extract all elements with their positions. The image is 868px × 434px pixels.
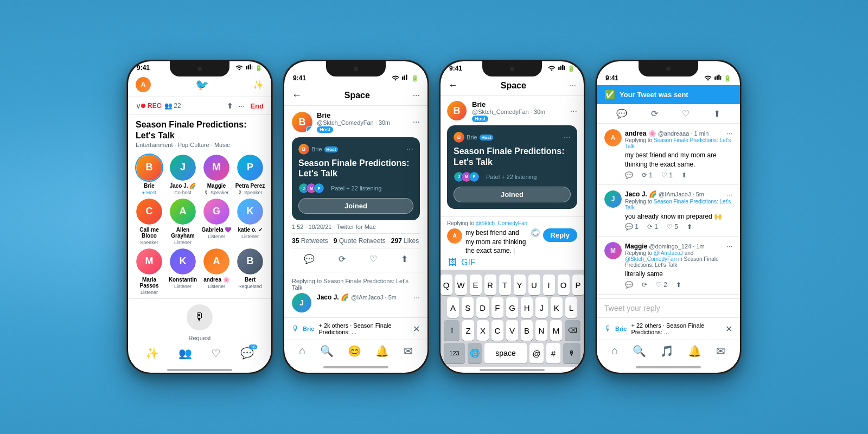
more-3[interactable]: ··· (570, 106, 577, 116)
home-nav-2[interactable]: ⌂ (299, 344, 305, 358)
key-v[interactable]: V (506, 320, 518, 341)
jaco-rt-4[interactable]: ⟳ 1 (647, 223, 658, 231)
retweet-action-4[interactable]: ⟳ (651, 108, 658, 119)
brie-avatar-3[interactable]: B (447, 101, 468, 122)
maggie-share-4[interactable]: ⬆ (676, 281, 681, 289)
space-banner-4[interactable]: 🎙 Brie + 22 others · Season Finale Predi… (597, 317, 740, 340)
speaker-petra[interactable]: P Petra Perez 🎙 Speaker (234, 154, 266, 195)
joined-button-3[interactable]: Joined (454, 187, 571, 202)
key-y[interactable]: Y (514, 275, 526, 295)
speaker-gabriela[interactable]: G Gabriela 💜 Listener (201, 197, 232, 245)
speaker-jaco[interactable]: J Jaco J. 🌈 Co-host (167, 154, 199, 195)
key-f[interactable]: F (492, 297, 503, 318)
tweet-reply-input-4[interactable]: Tweet your reply (597, 298, 740, 317)
back-button-3[interactable]: ← (448, 80, 458, 91)
key-n[interactable]: N (535, 320, 547, 341)
home-nav-4[interactable]: ⌂ (611, 344, 618, 358)
image-icon-3[interactable]: 🖼 (448, 258, 457, 267)
compose-text-3[interactable]: my best friend and my mom are thinking t… (465, 228, 528, 256)
jaco-avatar-2[interactable]: J (292, 293, 312, 314)
maggie-avatar-4[interactable]: M (604, 242, 622, 259)
bell-nav-4[interactable]: 🔔 (688, 344, 701, 358)
key-b[interactable]: B (521, 320, 533, 341)
jaco-share-4[interactable]: ⬆ (687, 223, 692, 231)
speaker-allen[interactable]: A Allen Grayham Listener (167, 197, 199, 245)
key-t[interactable]: T (499, 275, 511, 295)
key-shift[interactable]: ⇧ (444, 320, 459, 341)
key-delete[interactable]: ⌫ (565, 320, 580, 341)
retweets-count-2[interactable]: 35 Retweets (292, 237, 328, 245)
speaker-bloco[interactable]: C Call me Bloco Speaker (133, 197, 165, 245)
key-h[interactable]: H (521, 297, 533, 318)
like-action-4[interactable]: ♡ (682, 108, 690, 119)
maggie-like-4[interactable]: ♡ 2 (656, 281, 667, 289)
key-o[interactable]: O (558, 275, 570, 295)
speaker-brie[interactable]: B Brie ● Host (133, 154, 165, 195)
key-j[interactable]: J (535, 297, 547, 318)
speaker-maggie[interactable]: M Maggie 🎙 Speaker (201, 154, 232, 195)
space-card-2[interactable]: B Brie Host ··· Season Finale Prediction… (292, 137, 420, 220)
speaker-bert[interactable]: B Bert Requested (234, 247, 266, 295)
key-s[interactable]: S (462, 297, 474, 318)
key-u[interactable]: U (528, 275, 540, 295)
more-options-2[interactable]: ··· (413, 91, 420, 100)
key-x[interactable]: X (477, 320, 489, 341)
space-card-3[interactable]: B Brie Host ··· Season Finale Prediction… (447, 125, 577, 208)
comment-action-4[interactable]: 💬 (616, 108, 627, 119)
nav-people-icon[interactable]: 👥 (178, 347, 192, 360)
key-p[interactable]: P (572, 275, 584, 295)
user-avatar-small[interactable]: A (136, 77, 151, 92)
key-i[interactable]: I (543, 275, 555, 295)
retweet-action-2[interactable]: ⟳ (339, 254, 346, 264)
share-action-2[interactable]: ⬆ (401, 254, 408, 264)
andrea-comment-4[interactable]: 💬 (625, 171, 633, 179)
like-action-2[interactable]: ♡ (369, 254, 377, 264)
mic-button[interactable]: 🎙 (187, 304, 213, 330)
nav-sparkle-icon[interactable]: ✨ (145, 347, 159, 360)
jaco-like-4[interactable]: ♡ 5 (667, 223, 678, 231)
joined-button-2[interactable]: Joined (298, 198, 413, 214)
maggie-more-4[interactable]: ··· (726, 242, 732, 250)
share-action-4[interactable]: ⬆ (713, 108, 720, 119)
reply-more-2[interactable]: ··· (413, 293, 420, 302)
key-at[interactable]: @ (529, 343, 544, 363)
key-r[interactable]: R (484, 275, 496, 295)
key-123[interactable]: 123 (444, 343, 465, 363)
key-k[interactable]: K (551, 297, 563, 318)
andrea-like-4[interactable]: ♡ 1 (661, 171, 673, 179)
key-m[interactable]: M (550, 320, 562, 341)
space-card-more-2[interactable]: ··· (406, 144, 413, 154)
key-globe[interactable]: 🌐 (468, 343, 482, 363)
reply-button-3[interactable]: Reply (543, 228, 577, 242)
bell-nav-2[interactable]: 🔔 (375, 344, 389, 358)
jaco-comment-4[interactable]: 💬 1 (625, 223, 639, 231)
jaco-avatar-4[interactable]: J (604, 190, 622, 208)
key-q[interactable]: Q (441, 275, 452, 295)
andrea-avatar-4[interactable]: A (604, 129, 622, 146)
likes-count-2[interactable]: 297 Likes (391, 237, 419, 245)
key-space[interactable]: space (484, 343, 527, 363)
brie-tweet-avatar-2[interactable]: B ✓ (292, 112, 312, 132)
andrea-more-4[interactable]: ··· (726, 129, 732, 137)
chevron-down-icon[interactable]: ∨ (136, 101, 141, 110)
end-button[interactable]: End (250, 102, 264, 110)
speaker-andrea[interactable]: A andrea 🌸 Listener (201, 247, 232, 295)
key-c[interactable]: C (492, 320, 503, 341)
key-a[interactable]: A (447, 297, 459, 318)
jaco-more-4[interactable]: ··· (726, 190, 732, 199)
more-options-3[interactable]: ··· (569, 81, 576, 91)
quote-retweets-count-2[interactable]: 9 Quote Retweets (334, 237, 386, 245)
key-z[interactable]: Z (462, 320, 474, 341)
sparkle-icon[interactable]: ✨ (253, 80, 264, 90)
key-hash[interactable]: # (546, 343, 560, 363)
spaces-nav-2[interactable]: 😊 (348, 344, 361, 358)
share-icon[interactable]: ⬆ (227, 101, 233, 110)
nav-heart-icon[interactable]: ♡ (211, 347, 221, 360)
space-banner-close-4[interactable]: ✕ (725, 324, 732, 334)
back-button-2[interactable]: ← (292, 90, 302, 101)
key-e[interactable]: E (470, 275, 482, 295)
key-mic[interactable]: 🎙 (563, 343, 580, 363)
search-nav-4[interactable]: 🔍 (633, 344, 646, 358)
speaker-katie[interactable]: K katie o. ✓ Listener (234, 197, 266, 245)
andrea-rt-4[interactable]: ⟳ 1 (642, 171, 653, 179)
